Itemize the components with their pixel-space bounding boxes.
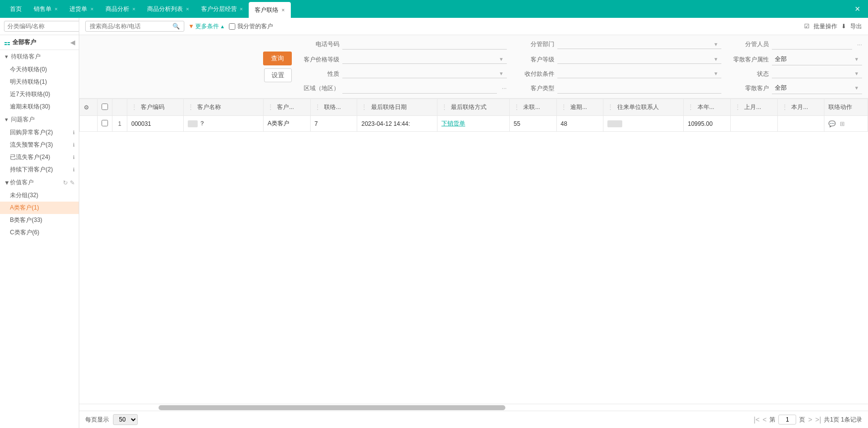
my-customers-checkbox[interactable] — [229, 23, 235, 30]
page-size-select[interactable]: 50 100 200 — [113, 414, 138, 425]
search-input[interactable] — [90, 23, 172, 30]
region-dots-icon[interactable]: ··· — [502, 85, 507, 92]
group-arrow-icon: ▼ — [4, 54, 9, 59]
filter-icon: ▼ — [188, 23, 194, 30]
col-last-date: ⋮ 最后联络日期 — [357, 99, 437, 116]
advanced-filters: 电话号码 分管部门 ▼ 分管人员 ··· 查询 设置 — [79, 35, 868, 99]
more-filters-button[interactable]: ▼ 更多条件 ▲ — [188, 22, 225, 31]
data-table-area: ⚙ ⋮ 客户编码 ⋮ 客户名称 — [79, 99, 868, 404]
col-last-method: ⋮ 最后联络方式 — [437, 99, 510, 116]
nav-home[interactable]: 首页 — [4, 0, 28, 18]
price-level-select[interactable]: ▼ — [342, 55, 506, 64]
payment-select[interactable]: ▼ — [557, 69, 721, 78]
sidebar-item-today[interactable]: 今天待联络(0) — [0, 63, 79, 76]
phone-input[interactable] — [342, 39, 506, 50]
purchase-label: 进货单 — [69, 5, 87, 13]
sidebar-item-7days[interactable]: 近7天待联络(0) — [0, 88, 79, 101]
sidebar-item-declining[interactable]: 持续下滑客户(2) ℹ — [0, 163, 79, 176]
sidebar-item-b-class[interactable]: B类客户(33) — [0, 214, 79, 226]
nav-customer-segment[interactable]: 客户分层经营 × — [195, 0, 249, 18]
dept-select[interactable]: ▼ — [557, 40, 721, 49]
page-number-input[interactable] — [778, 415, 796, 425]
nav-goods-analysis-list[interactable]: 商品分析列表 × — [141, 0, 195, 18]
close-sales-icon[interactable]: × — [54, 6, 57, 12]
status-select[interactable]: ▼ — [772, 69, 862, 78]
action-chat-icon[interactable]: 💬 — [828, 120, 836, 127]
refresh-icon[interactable]: ↻ — [63, 179, 68, 186]
nav-goods-analysis[interactable]: 商品分析 × — [100, 0, 141, 18]
price-level-arrow-icon: ▼ — [499, 56, 504, 62]
sidebar-item-a-class[interactable]: A类客户(1) — [0, 202, 79, 214]
close-contact-icon[interactable]: × — [281, 7, 284, 13]
customer-contact-label: 客户联络 — [255, 6, 278, 14]
close-segment-icon[interactable]: × — [240, 6, 243, 12]
last-page-button[interactable]: >| — [815, 416, 821, 424]
sidebar-item-c-class[interactable]: C类客户(6) — [0, 226, 79, 239]
query-button[interactable]: 查询 — [263, 52, 292, 65]
retail-customer-arrow-icon: ▼ — [854, 85, 859, 91]
sidebar-item-ungrouped[interactable]: 未分组(32) — [0, 189, 79, 202]
filter-retail-attr: 零散客户属性 全部 ▼ — [729, 54, 862, 65]
sidebar-search-input[interactable] — [4, 21, 79, 32]
all-customers-header: ⚏ 全部客户 ◀ — [0, 35, 79, 50]
retail-customer-select[interactable]: 全部 ▼ — [772, 82, 862, 94]
sidebar-item-churned[interactable]: 已流失客户(24) ℹ — [0, 151, 79, 163]
status-arrow-icon: ▼ — [854, 71, 859, 76]
table-gear-icon[interactable]: ⚙ — [84, 104, 89, 111]
filter-actions: ☑ 批量操作 ⬇ 导出 — [804, 22, 862, 31]
collapse-sidebar-icon[interactable]: ◀ — [70, 39, 75, 46]
close-goods-list-icon[interactable]: × — [186, 6, 189, 12]
filter-status: 状态 ▼ — [729, 69, 862, 78]
filter-arrow-icon: ▲ — [220, 24, 225, 29]
close-all-button[interactable]: × — [851, 4, 864, 14]
col-this-year: ⋮ 本年... — [684, 99, 731, 116]
select-all-checkbox[interactable] — [102, 104, 108, 110]
customer-level-select[interactable]: ▼ — [557, 55, 721, 64]
sidebar-item-overdue[interactable]: 逾期未联络(30) — [0, 101, 79, 113]
nav-purchase[interactable]: 进货单 × — [63, 0, 99, 18]
row-this-month-cell — [777, 116, 824, 132]
export-icon: ⬇ — [841, 23, 846, 30]
customer-type-input[interactable] — [557, 83, 721, 94]
search-icon[interactable]: 🔍 — [172, 23, 180, 30]
nav-customer-contact[interactable]: 客户联络 × — [249, 2, 290, 18]
region-input[interactable] — [342, 83, 496, 94]
row-checkbox[interactable] — [102, 120, 108, 126]
group-value-customers[interactable]: ▼ 价值客户 ↻ ✎ — [0, 176, 79, 189]
export-button[interactable]: 导出 — [850, 22, 862, 31]
sidebar-item-churn-warning[interactable]: 流失预警客户(3) ℹ — [0, 139, 79, 151]
close-goods-analysis-icon[interactable]: × — [132, 6, 135, 12]
next-page-button[interactable]: > — [808, 416, 812, 424]
goods-analysis-list-label: 商品分析列表 — [147, 5, 183, 13]
retail-attr-select[interactable]: 全部 ▼ — [772, 54, 862, 65]
customer-table: ⚙ ⋮ 客户编码 ⋮ 客户名称 — [79, 99, 868, 132]
sidebar-item-tomorrow[interactable]: 明天待联络(1) — [0, 76, 79, 88]
row-action-cell: 💬 ⊞ — [824, 116, 868, 132]
manager-input[interactable] — [772, 39, 852, 50]
filter-manager: 分管人员 ··· — [729, 39, 862, 50]
manager-dots-icon[interactable]: ··· — [857, 41, 862, 48]
row-this-year-cell: 10995.00 — [684, 116, 731, 132]
batch-op-button[interactable]: 批量操作 — [814, 22, 837, 31]
col-unit-contact: ⋮ 往来单位联系人 — [603, 99, 684, 116]
set-button[interactable]: 设置 — [264, 68, 292, 82]
col-contact: ⋮ 联络... — [310, 99, 357, 116]
scroll-thumb[interactable] — [159, 405, 505, 410]
first-page-button[interactable]: |< — [754, 416, 760, 424]
pagination-area: |< < 第 页 > >| 共1页 1条记录 — [754, 415, 862, 425]
my-customers-filter: 我分管的客户 — [229, 22, 273, 31]
nature-select[interactable]: ▼ — [342, 69, 506, 78]
last-method-link[interactable]: 下销货单 — [441, 120, 465, 127]
edit-icon[interactable]: ✎ — [70, 179, 75, 186]
close-purchase-icon[interactable]: × — [90, 6, 93, 12]
customer-level-arrow-icon: ▼ — [713, 56, 718, 62]
group-problem-customers[interactable]: ▼ 问题客户 — [0, 113, 79, 126]
sidebar-item-repurchase[interactable]: 回购异常客户(2) ℹ — [0, 126, 79, 139]
nav-sales[interactable]: 销售单 × — [28, 0, 63, 18]
horizontal-scrollbar[interactable] — [79, 404, 868, 411]
goods-analysis-label: 商品分析 — [106, 5, 129, 13]
group-pending-contact[interactable]: ▼ 待联络客户 — [0, 50, 79, 63]
action-share-icon[interactable]: ⊞ — [840, 120, 845, 127]
prev-page-button[interactable]: < — [762, 416, 766, 424]
unit-avatar — [607, 120, 622, 127]
